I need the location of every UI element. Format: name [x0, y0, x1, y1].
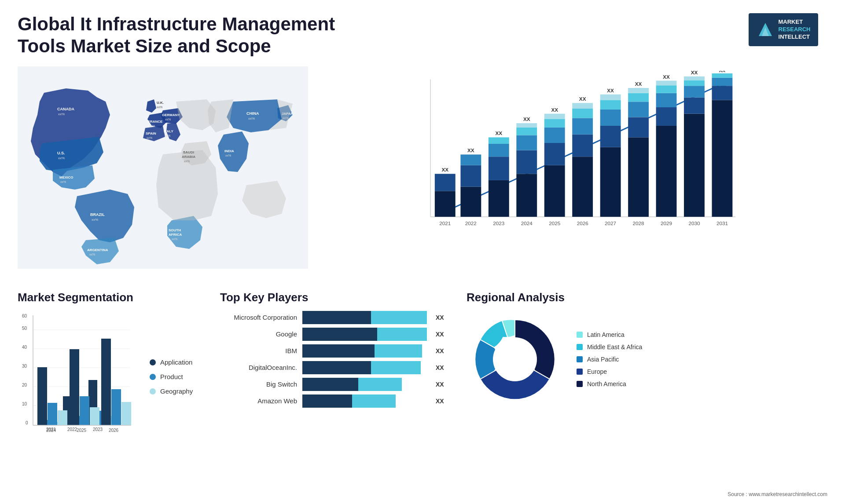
regional-color-europe [577, 369, 583, 375]
player-bar-seg2-digitalocean [371, 361, 421, 374]
svg-rect-137 [58, 410, 67, 425]
svg-text:2021: 2021 [439, 220, 451, 226]
player-bar-microsoft [302, 311, 427, 324]
players-list: Microsoft Corporation XX Google XX IBM [220, 311, 449, 408]
svg-text:xx%: xx% [92, 218, 98, 222]
svg-rect-68 [572, 157, 593, 217]
source-text: Source : www.marketresearchintellect.com [727, 491, 827, 497]
svg-rect-39 [435, 191, 456, 217]
svg-text:AFRICA: AFRICA [169, 233, 182, 237]
player-bar-seg1-ibm [302, 344, 375, 358]
map-area: CANADA xx% U.S. xx% MEXICO xx% BRAZIL xx… [18, 66, 308, 278]
svg-rect-144 [111, 389, 121, 425]
donut-svg [467, 311, 563, 408]
player-bar-seg2-microsoft [371, 311, 427, 324]
svg-text:XX: XX [441, 167, 448, 172]
svg-text:MEXICO: MEXICO [59, 175, 73, 179]
player-bar-google [302, 328, 427, 341]
player-value-microsoft: XX [436, 314, 449, 321]
segmentation-section: Market Segmentation 0 10 20 30 40 50 60 [18, 291, 202, 453]
player-row-bigswitch: Big Switch XX [220, 378, 449, 391]
svg-text:2028: 2028 [633, 220, 644, 226]
svg-text:ARGENTINA: ARGENTINA [87, 248, 108, 252]
svg-text:xx%: xx% [58, 112, 65, 116]
svg-rect-103 [712, 100, 733, 217]
svg-text:xx%: xx% [225, 154, 231, 157]
player-bar-seg1-google [302, 328, 377, 341]
svg-rect-89 [656, 126, 677, 217]
player-bar-seg2-ibm [375, 344, 422, 358]
player-value-bigswitch: XX [436, 381, 449, 388]
regional-label-apac: Asia Pacific [587, 356, 619, 363]
svg-rect-96 [684, 113, 705, 216]
svg-rect-71 [572, 109, 593, 118]
player-bar-ibm [302, 344, 427, 358]
players-section: Top Key Players Microsoft Corporation XX… [220, 291, 449, 453]
svg-text:CANADA: CANADA [57, 107, 74, 111]
svg-rect-99 [684, 80, 705, 86]
svg-text:XX: XX [495, 130, 502, 136]
svg-text:2025: 2025 [549, 220, 561, 226]
regional-legend: Latin America Middle East & Africa Asia … [577, 331, 642, 387]
player-value-google: XX [436, 331, 449, 338]
svg-rect-51 [489, 137, 509, 144]
svg-rect-77 [600, 110, 621, 126]
player-bar-seg1-microsoft [302, 311, 371, 324]
svg-text:GERMANY: GERMANY [162, 113, 180, 117]
player-bar-seg2-google [377, 328, 427, 341]
svg-text:xx%: xx% [89, 253, 95, 256]
svg-rect-50 [489, 144, 509, 157]
svg-text:U.K.: U.K. [157, 101, 164, 105]
player-name-bigswitch: Big Switch [220, 380, 297, 388]
player-bar-digitalocean [302, 361, 427, 374]
regional-legend-latin: Latin America [577, 331, 642, 338]
svg-rect-82 [628, 137, 649, 217]
svg-rect-45 [460, 154, 481, 165]
svg-rect-104 [712, 86, 733, 100]
svg-text:SPAIN: SPAIN [146, 131, 156, 135]
svg-rect-63 [544, 128, 565, 143]
svg-text:2027: 2027 [605, 220, 616, 226]
logo-area: MARKET RESEARCH INTELLECT [739, 13, 827, 46]
regional-legend-apac: Asia Pacific [577, 356, 642, 363]
header: Global It Infrastructure Management Tool… [0, 0, 845, 66]
svg-text:2025: 2025 [77, 428, 87, 433]
player-bar-seg1-amazon [302, 394, 352, 408]
svg-rect-65 [544, 113, 565, 119]
regional-label-northamerica: North America [587, 380, 626, 387]
player-bar-seg1-bigswitch [302, 378, 358, 391]
legend-dot-geography [150, 388, 156, 394]
player-value-amazon: XX [436, 398, 449, 405]
svg-rect-56 [516, 135, 537, 150]
svg-text:XX: XX [607, 88, 614, 93]
svg-rect-83 [628, 117, 649, 137]
svg-rect-49 [489, 157, 509, 180]
svg-text:xx%: xx% [157, 106, 162, 109]
svg-rect-78 [600, 100, 621, 109]
svg-rect-48 [489, 180, 509, 217]
logo-icon [757, 21, 774, 38]
svg-text:2029: 2029 [661, 220, 672, 226]
svg-rect-72 [572, 103, 593, 109]
svg-rect-62 [544, 143, 565, 165]
player-value-digitalocean: XX [436, 364, 449, 371]
svg-rect-58 [516, 123, 537, 128]
svg-text:XX: XX [551, 107, 558, 113]
donut-chart [467, 311, 563, 408]
regional-legend-europe: Europe [577, 368, 642, 375]
logo-text: MARKET RESEARCH INTELLECT [779, 18, 811, 41]
svg-text:BRAZIL: BRAZIL [90, 212, 105, 217]
player-row-microsoft: Microsoft Corporation XX [220, 311, 449, 324]
svg-rect-44 [460, 165, 481, 187]
world-map-svg: CANADA xx% U.S. xx% MEXICO xx% BRAZIL xx… [18, 66, 308, 269]
player-bar-seg1-digitalocean [302, 361, 371, 374]
svg-rect-98 [684, 86, 705, 97]
legend-label-geography: Geography [160, 387, 193, 395]
top-section: CANADA xx% U.S. xx% MEXICO xx% BRAZIL xx… [0, 66, 845, 278]
player-row-digitalocean: DigitalOceanInc. XX [220, 361, 449, 374]
regional-color-latin [577, 332, 583, 338]
svg-rect-57 [516, 128, 537, 135]
player-name-google: Google [220, 330, 297, 338]
svg-rect-85 [628, 93, 649, 102]
svg-rect-91 [656, 93, 677, 107]
